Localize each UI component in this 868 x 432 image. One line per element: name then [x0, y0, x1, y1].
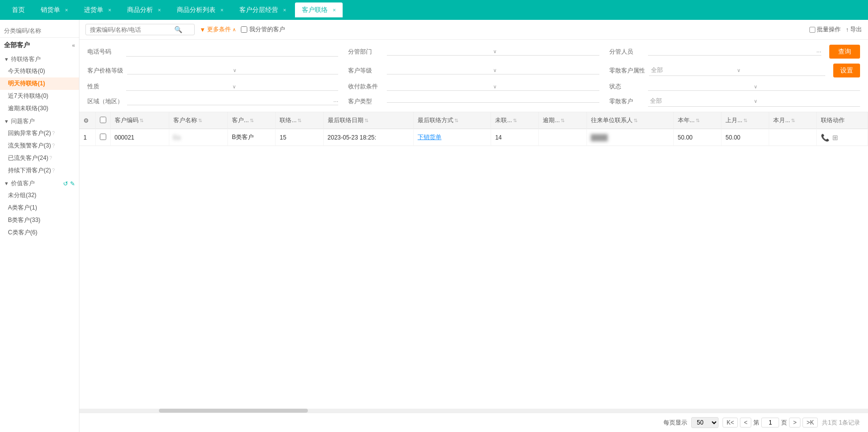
sidebar-item-today-pending[interactable]: 今天待联络(0) [0, 65, 79, 77]
page-input[interactable] [761, 418, 779, 428]
search-icon[interactable]: 🔍 [174, 26, 182, 33]
filter-gender-select[interactable]: ∨ [126, 83, 338, 91]
call-icon[interactable]: 📞 [821, 134, 829, 142]
filter-price-select[interactable]: ∨ [127, 67, 338, 74]
query-button[interactable]: 查询 [829, 45, 860, 59]
export-btn[interactable]: ↑ 导出 [846, 25, 862, 34]
more-conditions-btn[interactable]: ▼ 更多条件 ∧ [200, 25, 236, 34]
settings-button[interactable]: 设置 [833, 64, 860, 77]
sort-icon[interactable]: ⇅ [250, 118, 254, 123]
first-page-btn[interactable]: K< [723, 418, 738, 428]
nav-item-customer-tier[interactable]: 客户分层经营 × [232, 2, 293, 17]
row-checkbox[interactable] [100, 134, 106, 140]
td-name: Ea [169, 129, 227, 146]
hint-icon: ? [52, 131, 55, 136]
sidebar-item-declining[interactable]: 持续下滑客户(2) ? [0, 164, 79, 177]
close-icon[interactable]: × [333, 7, 336, 13]
filter-payment-select[interactable]: ∨ [387, 83, 599, 91]
customer-table: ⚙ 客户编码 ⇅ 客户名称 [79, 112, 868, 146]
problem-group-title: ▼ 问题客户 [0, 115, 79, 127]
th-overdue: 逾期... ⇅ [539, 112, 586, 129]
nav-item-product-list[interactable]: 商品分析列表 × [170, 2, 230, 17]
nav-item-customer-contact[interactable]: 客户联络 × [295, 2, 343, 17]
action-icons: 📞 ⊞ [821, 134, 864, 142]
td-last-month: 50.00 [721, 129, 769, 146]
filter-dept-select[interactable]: ∨ [387, 48, 599, 56]
nav-item-sales[interactable]: 销货单 × [34, 2, 75, 17]
sidebar-item-tomorrow-pending[interactable]: 明天待联络(1) [0, 77, 79, 90]
per-page-select[interactable]: 50 20 100 [691, 417, 719, 428]
my-customers-checkbox[interactable]: 我分管的客户 [241, 25, 285, 34]
search-bar-right: 批量操作 ↑ 导出 [809, 25, 862, 34]
chevron-up-icon: ∧ [232, 27, 236, 32]
sidebar-item-churn-warning[interactable]: 流失预警客户(3) ? [0, 140, 79, 152]
sidebar: 🔍 全部客户 « ▼ 待联络客户 今天待联络(0) 明天待联络(1) 近7天待联… [0, 20, 79, 432]
chevron-down-icon: ∨ [754, 84, 858, 89]
sidebar-item-repurchase-abnormal[interactable]: 回购异常客户(2) ? [0, 127, 79, 140]
prev-page-btn[interactable]: < [740, 418, 751, 428]
filter-retail-attr-select[interactable]: 全部 ∨ [649, 65, 825, 76]
td-partner-contact: ████ [586, 129, 673, 146]
grid-icon[interactable]: ⊞ [832, 134, 838, 142]
close-icon[interactable]: × [220, 7, 223, 13]
filter-retail-attr: 零散客户属性 全部 ∨ 设置 [609, 64, 860, 77]
sort-icon[interactable]: ⇅ [561, 118, 565, 123]
close-icon[interactable]: × [158, 7, 161, 13]
next-page-btn[interactable]: > [789, 418, 800, 428]
refresh-icon[interactable]: ↺ [63, 180, 68, 187]
sort-icon[interactable]: ⇅ [364, 118, 368, 123]
sidebar-item-overdue-pending[interactable]: 逾期未联络(30) [0, 102, 79, 115]
sidebar-item-7day-pending[interactable]: 近7天待联络(0) [0, 90, 79, 102]
batch-op-btn[interactable]: 批量操作 [809, 25, 841, 34]
th-partner-contact: 往来单位联系人 ⇅ [586, 112, 673, 129]
td-no: 1 [79, 129, 95, 146]
sort-icon[interactable]: ⇅ [454, 118, 458, 123]
filter-dept: 分管部门 ∨ [348, 45, 599, 59]
filter-region-input[interactable]: ··· [127, 98, 338, 105]
sidebar-item-a-class[interactable]: A类客户(1) [0, 202, 79, 214]
filter-customer-level-select[interactable]: ∨ [387, 67, 599, 74]
nav-item-purchase[interactable]: 进货单 × [77, 2, 118, 17]
filter-payment: 收付款条件 ∨ [348, 82, 599, 91]
close-icon[interactable]: × [108, 7, 111, 13]
sidebar-item-ungrouped[interactable]: 未分组(32) [0, 189, 79, 202]
sort-icon[interactable]: ⇅ [696, 118, 700, 123]
th-checkbox[interactable] [95, 112, 110, 129]
nav-item-product-analysis[interactable]: 商品分析 × [120, 2, 168, 17]
close-icon[interactable]: × [65, 7, 68, 13]
filter-customer-type-select[interactable] [387, 100, 599, 103]
chevron-down-icon: ∨ [754, 98, 858, 104]
close-icon[interactable]: × [283, 7, 286, 13]
sidebar-item-c-class[interactable]: C类客户(6) [0, 226, 79, 239]
filter-manager-input[interactable]: ··· [648, 48, 821, 56]
main-search-input[interactable] [90, 26, 174, 33]
sort-icon[interactable]: ⇅ [743, 118, 747, 123]
td-checkbox[interactable] [95, 129, 110, 146]
more-icon: ··· [333, 98, 338, 105]
sort-icon[interactable]: ⇅ [140, 118, 144, 123]
filter-retail-customer-select[interactable]: 全部 ∨ [648, 96, 860, 107]
sort-icon[interactable]: ⇅ [198, 118, 202, 123]
sidebar-item-churned[interactable]: 已流失客户(24) ? [0, 152, 79, 164]
scroll-thumb[interactable] [159, 409, 308, 413]
horizontal-scrollbar[interactable] [79, 409, 868, 413]
sidebar-item-b-class[interactable]: B类客户(33) [0, 214, 79, 226]
select-all-checkbox[interactable] [100, 117, 106, 123]
sort-icon[interactable]: ⇅ [634, 118, 638, 123]
edit-icon[interactable]: ✎ [70, 180, 75, 187]
page-label: 第 [753, 419, 759, 427]
th-settings[interactable]: ⚙ [79, 112, 95, 129]
last-page-btn[interactable]: >K [802, 418, 818, 428]
td-last-method[interactable]: 下销货单 [414, 129, 491, 146]
my-customers-check[interactable] [241, 26, 247, 33]
filter-status-select[interactable]: ∨ [648, 83, 860, 91]
export-icon: ↑ [846, 26, 849, 33]
sort-icon[interactable]: ⇅ [513, 118, 517, 123]
nav-home[interactable]: 首页 [5, 2, 32, 17]
sort-icon[interactable]: ⇅ [791, 118, 795, 123]
arrow-icon: ▼ [4, 57, 9, 62]
filter-phone-input[interactable] [126, 47, 338, 57]
all-customers-title[interactable]: 全部客户 « [0, 38, 79, 53]
sidebar-search-input[interactable] [4, 27, 78, 34]
sort-icon[interactable]: ⇅ [297, 118, 301, 123]
